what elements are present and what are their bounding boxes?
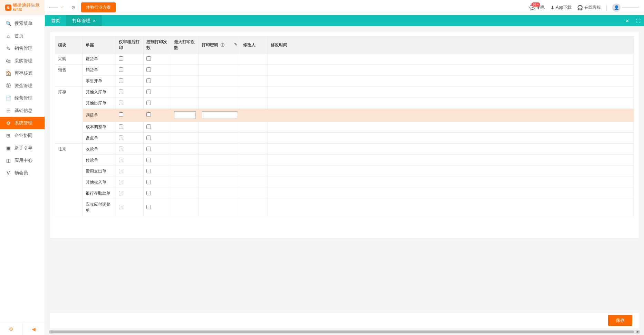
org-selector[interactable]: —— ﹀ (45, 0, 68, 15)
table-row[interactable]: 库存其他入库单 (55, 87, 634, 98)
control-count-checkbox[interactable] (146, 147, 151, 151)
sidebar-item-system[interactable]: ⚙系统管理 (0, 117, 45, 129)
help-icon[interactable]: ⓘ (221, 43, 224, 47)
modified-time-cell (268, 177, 634, 188)
max-count-input[interactable] (174, 111, 196, 119)
modified-time-cell (268, 155, 634, 166)
support-button[interactable]: 🎧 在线客服 (577, 4, 601, 10)
table-row[interactable]: 银行存取款单 (55, 188, 634, 199)
tab-close-icon[interactable]: ✕ (93, 19, 96, 23)
sidebar-item-guide[interactable]: ▣新手引导 (0, 142, 45, 154)
sidebar-item-vip[interactable]: V畅会员 (0, 167, 45, 179)
control-count-checkbox[interactable] (146, 101, 151, 105)
table-row[interactable]: 费用支出单 (55, 166, 634, 177)
org-settings-icon[interactable]: ⚙ (68, 5, 79, 10)
sidebar-item-search[interactable]: 🔍搜索菜单 (0, 17, 45, 30)
table-row[interactable]: 其他出库单 (55, 98, 634, 109)
control-count-cell (144, 199, 171, 216)
control-count-checkbox[interactable] (146, 158, 151, 162)
modified-time-cell (268, 76, 634, 87)
edit-icon[interactable]: ✎ (234, 42, 237, 47)
table-row[interactable]: 应收应付调整单 (55, 199, 634, 216)
control-count-checkbox[interactable] (146, 136, 151, 140)
sidebar-collapse-button[interactable]: ◀ (22, 323, 45, 335)
sidebar-item-inventory[interactable]: 🏠库存核算 (0, 67, 45, 80)
control-count-checkbox[interactable] (146, 191, 151, 195)
sidebar-item-collab[interactable]: ⊞企业协同 (0, 129, 45, 142)
tab-fullscreen-button[interactable]: ⛶ (633, 15, 644, 26)
control-count-checkbox[interactable] (146, 180, 151, 184)
audit-only-checkbox[interactable] (119, 205, 123, 209)
tab-home[interactable]: 首页 (45, 15, 66, 26)
control-count-checkbox[interactable] (146, 124, 151, 129)
audit-only-checkbox[interactable] (119, 101, 123, 105)
brand-logo[interactable]: 6 畅捷通好生意 精品版 (0, 0, 45, 15)
sidebar-nav: 🔍搜索菜单⌂首页✎销售管理🛍采购管理🏠库存核算Ⓢ资金管理📄经营管理☰基础信息⚙系… (0, 15, 45, 323)
scroll-right-icon[interactable]: ▶ (636, 330, 640, 334)
doc-cell: 进货单 (83, 54, 116, 65)
table-row[interactable]: 往来收款单 (55, 144, 634, 155)
control-count-checkbox[interactable] (146, 112, 151, 117)
user-menu[interactable]: 👤 ———— (612, 3, 638, 12)
scrollbar-thumb[interactable] (50, 331, 634, 333)
table-row[interactable]: 调拨单 (55, 109, 634, 122)
audit-only-checkbox[interactable] (119, 124, 123, 129)
audit-only-checkbox[interactable] (119, 78, 123, 83)
sidebar-item-finance[interactable]: Ⓢ资金管理 (0, 80, 45, 92)
audit-only-checkbox[interactable] (119, 56, 123, 61)
sidebar-item-purchase[interactable]: 🛍采购管理 (0, 55, 45, 67)
control-count-checkbox[interactable] (146, 67, 151, 72)
max-count-cell (171, 155, 199, 166)
audit-only-checkbox[interactable] (119, 180, 123, 184)
audit-only-checkbox[interactable] (119, 112, 123, 117)
doc-cell: 其他入库单 (83, 87, 116, 98)
audit-only-cell (116, 54, 144, 65)
col-password: 打印密码 ⓘ ✎ (199, 37, 240, 54)
audit-only-checkbox[interactable] (119, 67, 123, 72)
table-row[interactable]: 付款单 (55, 155, 634, 166)
table-row[interactable]: 采购进货单 (55, 54, 634, 65)
tab-close-all-button[interactable]: ✕ (622, 15, 633, 26)
modified-time-cell (268, 122, 634, 133)
audit-only-checkbox[interactable] (119, 191, 123, 195)
control-count-checkbox[interactable] (146, 78, 151, 83)
password-cell (199, 54, 240, 65)
messages-button[interactable]: 💬 99 + 消息 (529, 4, 545, 10)
save-button[interactable]: 保存 (608, 315, 632, 326)
doc-cell: 付款单 (83, 155, 116, 166)
modifier-cell (240, 98, 268, 109)
audit-only-checkbox[interactable] (119, 158, 123, 162)
control-count-checkbox[interactable] (146, 169, 151, 173)
control-count-checkbox[interactable] (146, 205, 151, 209)
control-count-checkbox[interactable] (146, 56, 151, 61)
audit-only-checkbox[interactable] (119, 169, 123, 173)
sidebar-settings-button[interactable]: ⚙ (0, 323, 22, 335)
control-count-checkbox[interactable] (146, 90, 151, 94)
industry-solution-button[interactable]: 体验行业方案 (81, 2, 116, 12)
table-row[interactable]: 其他收入单 (55, 177, 634, 188)
divider (606, 4, 607, 11)
top-header: 6 畅捷通好生意 精品版 —— ﹀ ⚙ 体验行业方案 💬 99 + 消息 ⬇ A… (0, 0, 644, 15)
doc-cell: 费用支出单 (83, 166, 116, 177)
tab-label: 打印管理 (73, 18, 90, 24)
audit-only-checkbox[interactable] (119, 136, 123, 140)
table-row[interactable]: 销售销货单 (55, 65, 634, 76)
app-download-button[interactable]: ⬇ App下载 (550, 4, 571, 10)
sidebar-item-apps[interactable]: ◫应用中心 (0, 154, 45, 167)
sidebar-item-home[interactable]: ⌂首页 (0, 30, 45, 42)
audit-only-cell (116, 98, 144, 109)
brand-name: 畅捷通好生意 (13, 3, 40, 8)
sidebar-item-operation[interactable]: 📄经营管理 (0, 92, 45, 104)
tab-print[interactable]: 打印管理✕ (66, 15, 102, 26)
table-row[interactable]: 盘点单 (55, 133, 634, 144)
password-cell (199, 188, 240, 199)
table-row[interactable]: 成本调整单 (55, 122, 634, 133)
sidebar-item-sales[interactable]: ✎销售管理 (0, 42, 45, 55)
audit-only-checkbox[interactable] (119, 147, 123, 151)
audit-only-checkbox[interactable] (119, 90, 123, 94)
doc-cell: 收款单 (83, 144, 116, 155)
horizontal-scrollbar[interactable]: ◀ ▶ (50, 330, 639, 334)
table-row[interactable]: 零售开单 (55, 76, 634, 87)
sidebar-item-basic[interactable]: ☰基础信息 (0, 104, 45, 117)
password-input[interactable] (202, 111, 237, 119)
